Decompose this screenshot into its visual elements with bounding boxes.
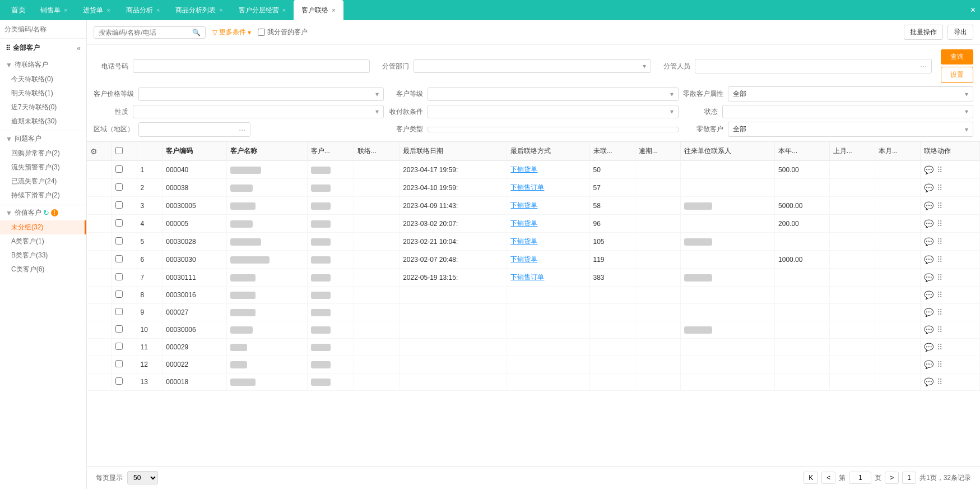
more-icon[interactable]: ⠿ [937, 165, 942, 174]
row-checkbox[interactable] [115, 360, 123, 367]
chat-icon[interactable]: 💬 [924, 201, 933, 210]
chat-icon[interactable]: 💬 [924, 343, 933, 352]
close-window-icon[interactable]: × [970, 5, 976, 15]
chat-icon[interactable]: 💬 [924, 290, 933, 299]
nav-tab-home[interactable]: 首页 [4, 0, 32, 20]
row-checkbox[interactable] [115, 343, 123, 350]
more-icon[interactable]: ⠿ [937, 183, 942, 192]
reset-button[interactable]: 设置 [941, 67, 973, 83]
refresh-icon[interactable]: ↻ [43, 209, 49, 217]
sidebar-value-group[interactable]: ▼ 价值客户 ↻ ! [0, 205, 86, 220]
pay-select[interactable]: ▾ [428, 105, 679, 118]
chat-icon[interactable]: 💬 [924, 219, 933, 228]
chat-icon[interactable]: 💬 [924, 237, 933, 246]
row-checkbox[interactable] [115, 165, 123, 173]
nav-tab-purchase[interactable]: 进货单 × [75, 0, 118, 20]
chat-icon[interactable]: 💬 [924, 255, 933, 264]
last-method-link[interactable]: 下销货单 [510, 201, 537, 209]
sidebar-search-input[interactable] [4, 25, 87, 33]
row-checkbox[interactable] [115, 377, 123, 385]
th-uncontacted[interactable]: 未联... [589, 142, 635, 161]
chat-icon[interactable]: 💬 [924, 377, 933, 386]
page-number-input[interactable] [849, 472, 871, 484]
sidebar-problem-group[interactable]: ▼ 问题客户 [0, 131, 86, 146]
main-search-input[interactable] [99, 29, 192, 36]
th-gear[interactable]: ⚙ [87, 142, 112, 161]
nav-tab-sales[interactable]: 销售单 × [32, 0, 75, 20]
th-liaison[interactable]: 往来单位联系人 [681, 142, 775, 161]
query-button[interactable]: 查询 [941, 49, 973, 64]
chat-icon[interactable]: 💬 [924, 360, 933, 369]
more-icon[interactable]: ⠿ [937, 308, 942, 317]
per-page-select[interactable]: 50 100 [127, 471, 158, 485]
collapse-sidebar-icon[interactable]: « [77, 44, 81, 52]
th-this-year[interactable]: 本年... [775, 142, 830, 161]
th-name[interactable]: 客户名称 [227, 142, 308, 161]
more-icon[interactable]: ⠿ [937, 290, 942, 299]
last-method-link[interactable]: 下销货单 [510, 219, 537, 227]
price-grade-select[interactable]: ▾ [138, 87, 384, 101]
th-code[interactable]: 客户编码 [162, 142, 227, 161]
row-checkbox[interactable] [115, 325, 123, 333]
last-method-link[interactable]: 下销货单 [510, 237, 537, 245]
select-all-checkbox[interactable] [115, 147, 123, 154]
retail-customer-select[interactable]: 全部 ▾ [728, 122, 973, 137]
close-sales-tab-icon[interactable]: × [64, 7, 67, 13]
sidebar-item-ungroup[interactable]: 未分组(32) [0, 220, 86, 234]
more-icon[interactable]: ⠿ [937, 255, 942, 264]
dots-icon-region[interactable]: ··· [239, 125, 245, 134]
grade-select[interactable]: ▾ [428, 87, 679, 101]
dots-icon-person[interactable]: ··· [920, 62, 927, 71]
row-checkbox[interactable] [115, 183, 123, 191]
th-last-method[interactable]: 最后联络方式 [507, 142, 589, 161]
sidebar-pending-group[interactable]: ▼ 待联络客户 [0, 57, 86, 72]
sidebar-all-customers-header[interactable]: ⠿ 全部客户 « [0, 39, 86, 57]
chat-icon[interactable]: 💬 [924, 308, 933, 317]
sidebar-item-class-c[interactable]: C类客户(6) [0, 262, 86, 276]
th-last-date[interactable]: 最后联络日期 [400, 142, 507, 161]
more-icon[interactable]: ⠿ [937, 343, 942, 352]
last-method-link[interactable]: 下销货单 [510, 255, 537, 263]
dept-select[interactable]: ▾ [414, 59, 651, 73]
main-search-icon[interactable]: 🔍 [192, 29, 201, 36]
batch-ops-button[interactable]: 批量操作 [904, 25, 943, 40]
th-this-month[interactable]: 本月... [875, 142, 921, 161]
th-last-month[interactable]: 上月... [829, 142, 875, 161]
close-analysis-tab-icon[interactable]: × [156, 7, 160, 13]
more-icon[interactable]: ⠿ [937, 273, 942, 282]
customer-type-select[interactable] [428, 127, 679, 132]
close-customer-contact-tab-icon[interactable]: × [332, 7, 335, 13]
gear-icon[interactable]: ⚙ [90, 147, 97, 156]
my-customers-checkbox[interactable] [258, 29, 265, 36]
more-icon[interactable]: ⠿ [937, 325, 942, 334]
sidebar-item-overdue[interactable]: 逾期未联络(30) [0, 114, 86, 128]
nature-select[interactable]: ▾ [133, 105, 384, 118]
more-icon[interactable]: ⠿ [937, 201, 942, 210]
nav-tab-customer-contact[interactable]: 客户联络 × [294, 0, 343, 20]
last-method-link[interactable]: 下销货单 [510, 165, 537, 173]
more-icon[interactable]: ⠿ [937, 377, 942, 386]
close-purchase-tab-icon[interactable]: × [106, 7, 110, 13]
person-select[interactable]: ··· [695, 59, 932, 73]
last-method-link[interactable]: 下销售订单 [510, 183, 544, 191]
th-type[interactable]: 客户... [307, 142, 354, 161]
sidebar-item-declining[interactable]: 持续下滑客户(2) [0, 188, 86, 202]
next-page-button[interactable]: > [885, 472, 899, 484]
sidebar-item-today[interactable]: 今天待联络(0) [0, 72, 86, 86]
last-page-button[interactable]: 1 [902, 472, 916, 484]
more-icon[interactable]: ⠿ [937, 360, 942, 369]
th-overdue[interactable]: 逾期... [635, 142, 680, 161]
phone-input[interactable] [133, 59, 370, 73]
last-method-link[interactable]: 下销售订单 [510, 273, 544, 281]
row-checkbox[interactable] [115, 237, 123, 245]
close-analysis-list-tab-icon[interactable]: × [219, 7, 222, 13]
nav-tab-customer-ops[interactable]: 客户分层经营 × [231, 0, 294, 20]
row-checkbox[interactable] [115, 219, 123, 227]
prev-page-button[interactable]: < [821, 472, 835, 484]
row-checkbox[interactable] [115, 255, 123, 262]
th-contact[interactable]: 联络... [354, 142, 399, 161]
more-conditions-btn[interactable]: ▽ 更多条件 ▾ [212, 27, 251, 37]
sidebar-item-tomorrow[interactable]: 明天待联络(1) [0, 86, 86, 100]
chat-icon[interactable]: 💬 [924, 273, 933, 282]
export-button[interactable]: 导出 [948, 25, 973, 40]
